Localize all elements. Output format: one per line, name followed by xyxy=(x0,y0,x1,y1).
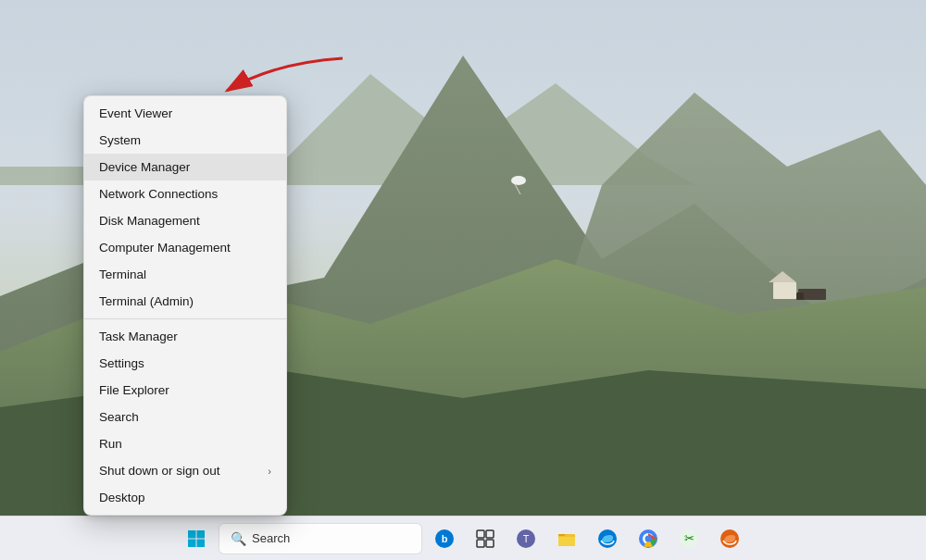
snipping-tool-button[interactable]: ✂ xyxy=(670,520,707,557)
taskbar-search[interactable]: 🔍 Search xyxy=(219,523,422,554)
svg-rect-17 xyxy=(197,539,206,547)
menu-item-label-device-manager: Device Manager xyxy=(99,160,190,174)
menu-item-label-terminal: Terminal xyxy=(99,268,146,281)
taskbar: 🔍 Search b T xyxy=(0,516,926,560)
menu-item-computer-management[interactable]: Computer Management xyxy=(84,234,286,261)
menu-item-label-search: Search xyxy=(99,410,139,424)
menu-item-file-explorer[interactable]: File Explorer xyxy=(84,377,286,404)
menu-item-label-run: Run xyxy=(99,437,122,451)
svg-text:T: T xyxy=(523,533,530,544)
context-menu: Event ViewerSystemDevice ManagerNetwork … xyxy=(83,95,287,516)
menu-item-event-viewer[interactable]: Event Viewer xyxy=(84,100,286,127)
bing-chat-button[interactable]: b xyxy=(426,520,463,557)
menu-item-label-system: System xyxy=(99,133,141,147)
menu-item-task-manager[interactable]: Task Manager xyxy=(84,323,286,350)
menu-item-terminal-admin[interactable]: Terminal (Admin) xyxy=(84,288,286,315)
menu-item-disk-management[interactable]: Disk Management xyxy=(84,207,286,234)
menu-item-label-settings: Settings xyxy=(99,356,144,370)
menu-item-desktop[interactable]: Desktop xyxy=(84,484,286,511)
menu-item-settings[interactable]: Settings xyxy=(84,350,286,377)
menu-item-system[interactable]: System xyxy=(84,127,286,154)
svg-text:b: b xyxy=(442,533,448,544)
svg-point-31 xyxy=(645,535,652,541)
svg-rect-14 xyxy=(188,530,196,539)
menu-item-label-task-manager: Task Manager xyxy=(99,330,178,343)
menu-item-search[interactable]: Search xyxy=(84,404,286,430)
menu-item-terminal[interactable]: Terminal xyxy=(84,261,286,288)
menu-item-label-event-viewer: Event Viewer xyxy=(99,106,172,120)
svg-rect-21 xyxy=(486,530,494,538)
menu-item-label-shutdown: Shut down or sign out xyxy=(99,464,220,478)
menu-item-arrow-shutdown: › xyxy=(268,466,271,477)
svg-rect-15 xyxy=(197,530,206,539)
svg-rect-23 xyxy=(486,540,494,547)
menu-item-shutdown[interactable]: Shut down or sign out› xyxy=(84,457,286,484)
chrome-button[interactable] xyxy=(630,520,667,557)
menu-item-device-manager[interactable]: Device Manager xyxy=(84,154,286,180)
taskbar-search-text: Search xyxy=(252,531,290,545)
teams-button[interactable]: T xyxy=(507,520,544,557)
edge-dev-button[interactable] xyxy=(711,520,748,557)
edge-button[interactable] xyxy=(589,520,626,557)
start-button[interactable] xyxy=(178,520,215,557)
menu-separator xyxy=(84,318,286,319)
menu-item-run[interactable]: Run xyxy=(84,430,286,457)
taskbar-search-icon: 🔍 xyxy=(231,531,246,546)
menu-item-label-computer-management: Computer Management xyxy=(99,241,231,255)
svg-text:✂: ✂ xyxy=(684,531,694,545)
menu-item-label-disk-management: Disk Management xyxy=(99,214,200,228)
menu-item-label-desktop: Desktop xyxy=(99,491,145,504)
menu-item-label-file-explorer: File Explorer xyxy=(99,383,169,397)
svg-rect-20 xyxy=(477,530,484,538)
menu-item-label-terminal-admin: Terminal (Admin) xyxy=(99,294,194,308)
svg-rect-27 xyxy=(558,537,575,546)
task-view-button[interactable] xyxy=(467,520,504,557)
menu-item-network-connections[interactable]: Network Connections xyxy=(84,180,286,207)
svg-rect-22 xyxy=(477,540,484,547)
file-explorer-button[interactable] xyxy=(548,520,585,557)
svg-rect-16 xyxy=(188,539,196,547)
menu-item-label-network-connections: Network Connections xyxy=(99,187,218,201)
